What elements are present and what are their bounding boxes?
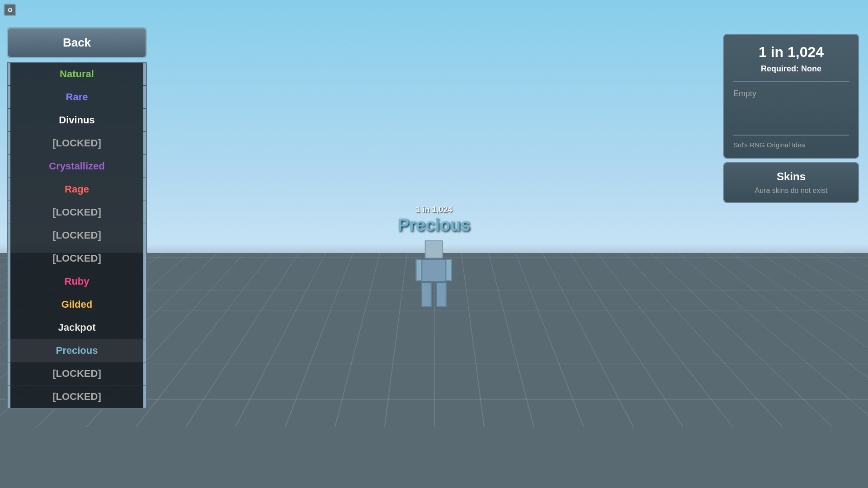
aura-list-item-locked2: [LOCKED]	[8, 201, 146, 224]
aura-list-item-locked6: [LOCKED]	[8, 385, 146, 408]
aura-list-item-locked5: [LOCKED]	[8, 362, 146, 385]
credits-label: Sol's RNG Original Idea	[733, 135, 849, 149]
aura-name-label: Precious	[398, 216, 471, 235]
odds-display: 1 in 1,024	[733, 44, 849, 61]
aura-list-item-locked1: [LOCKED]	[8, 132, 146, 155]
aura-list-item-gilded[interactable]: Gilded	[8, 293, 146, 316]
aura-list: NaturalRareDivinus[LOCKED]CrystallizedRa…	[7, 62, 147, 409]
info-card: 1 in 1,024 Required: None Empty Sol's RN…	[723, 34, 859, 159]
aura-list-item-rare[interactable]: Rare	[8, 86, 146, 109]
char-right-leg	[436, 282, 447, 307]
char-head	[425, 240, 443, 258]
char-left-leg	[421, 282, 432, 307]
aura-list-item-crystallized[interactable]: Crystallized	[8, 155, 146, 178]
skins-card: Skins Aura skins do not exist	[723, 162, 859, 203]
char-torso	[422, 259, 447, 282]
skins-empty-label: Aura skins do not exist	[733, 187, 849, 195]
aura-list-item-precious[interactable]: Precious	[8, 339, 146, 362]
aura-odds-label: 1 in 1,024	[415, 205, 452, 215]
back-button[interactable]: Back	[7, 27, 147, 58]
skins-title: Skins	[733, 170, 849, 183]
aura-list-item-natural[interactable]: Natural	[8, 63, 146, 86]
character-display: 1 in 1,024 Precious	[398, 205, 471, 304]
empty-label: Empty	[733, 89, 849, 135]
character-model	[411, 240, 457, 304]
aura-list-item-jackpot[interactable]: Jackpot	[8, 316, 146, 339]
left-panel: Back NaturalRareDivinus[LOCKED]Crystalli…	[7, 27, 147, 409]
aura-list-item-locked3: [LOCKED]	[8, 224, 146, 247]
right-panel: 1 in 1,024 Required: None Empty Sol's RN…	[723, 34, 859, 203]
aura-list-item-locked4: [LOCKED]	[8, 247, 146, 270]
aura-list-item-rage[interactable]: Rage	[8, 178, 146, 201]
aura-list-item-ruby[interactable]: Ruby	[8, 270, 146, 293]
settings-icon[interactable]: ⚙	[4, 4, 16, 16]
required-label: Required: None	[733, 64, 849, 82]
aura-list-item-divinus[interactable]: Divinus	[8, 109, 146, 132]
